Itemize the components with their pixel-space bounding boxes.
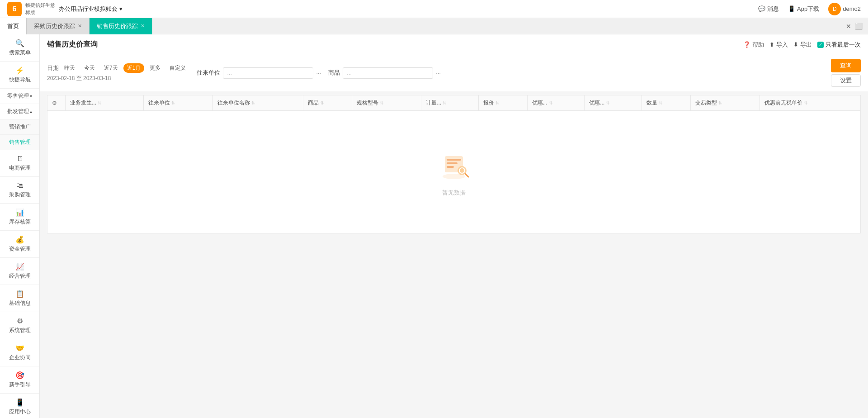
sidebar-item-marketing[interactable]: 营销推广 — [0, 119, 39, 135]
chevron-down-icon: ▾ — [30, 94, 32, 99]
message-icon: 💬 — [758, 5, 765, 12]
app-download-btn[interactable]: 📱 App下载 — [788, 5, 819, 13]
date-btn-custom[interactable]: 自定义 — [166, 63, 189, 73]
col-discount2[interactable]: 优惠... ⇅ — [585, 95, 642, 111]
product-filter: 商品 ··· — [328, 67, 441, 79]
sidebar-item-wholesale-mgmt[interactable]: 批发管理 ▴ — [0, 104, 39, 119]
date-btn-yesterday[interactable]: 昨天 — [61, 63, 79, 73]
close-all-btn[interactable]: ✕ — [846, 23, 851, 30]
ecommerce-icon: 🖥 — [16, 155, 24, 163]
sidebar-item-enterprise-collab[interactable]: 🤝 企业协同 — [0, 339, 39, 366]
sidebar-item-sales-mgmt[interactable]: 销售管理 — [0, 135, 39, 150]
sidebar-item-ecommerce-mgmt[interactable]: 🖥 电商管理 — [0, 150, 39, 177]
partner-input[interactable] — [223, 67, 313, 79]
guide-icon: 🎯 — [15, 371, 24, 380]
message-btn[interactable]: 💬 消息 — [758, 5, 779, 13]
tab-home[interactable]: 首页 — [0, 18, 27, 34]
col-settings[interactable]: ⚙ — [47, 95, 66, 111]
sidebar-item-basic-info[interactable]: 📋 基础信息 — [0, 285, 39, 312]
date-btn-row: 日期 昨天 今天 近7天 近1月 更多 自定义 — [47, 63, 189, 73]
date-btn-today[interactable]: 今天 — [80, 63, 99, 73]
sidebar-item-finance-mgmt[interactable]: 💰 资金管理 — [0, 231, 39, 258]
lightning-icon: ⚡ — [15, 66, 24, 75]
svg-rect-3 — [447, 162, 458, 164]
col-discount1[interactable]: 优惠... ⇅ — [527, 95, 585, 111]
col-unit[interactable]: 计量... ⇅ — [421, 95, 479, 111]
sort-icon: ⇅ — [320, 100, 324, 105]
partner-more-icon[interactable]: ··· — [316, 70, 321, 76]
col-quantity[interactable]: 数量 ⇅ — [642, 95, 691, 111]
sort-icon: ⇅ — [495, 100, 499, 105]
product-more-icon[interactable]: ··· — [436, 70, 441, 76]
user-menu[interactable]: D demo2 — [828, 3, 861, 15]
sidebar-item-quick-nav[interactable]: ⚡ 快捷导航 — [0, 62, 39, 89]
sort-icon: ⇅ — [718, 100, 722, 105]
tab-bar-actions: ✕ ⬜ — [846, 23, 868, 30]
export-icon: ⬇ — [793, 41, 798, 48]
top-bar-left: 6 畅捷信好生意 标版 办公用品行业模拟账套 ▾ — [7, 2, 123, 16]
date-btn-1month[interactable]: 近1月 — [123, 63, 145, 73]
purchase-icon: 🛍 — [16, 181, 24, 190]
app-title: 畅捷信好生意 标版 — [25, 2, 55, 16]
col-biz-date[interactable]: 业务发生... ⇅ — [66, 95, 144, 111]
sidebar: 🔍 搜索菜单 ⚡ 快捷导航 零售管理 ▾ 批发管理 ▴ 营销推广 销售管理 — [0, 34, 40, 418]
sort-icon: ⇅ — [443, 100, 446, 105]
help-btn[interactable]: ❓ 帮助 — [743, 41, 764, 49]
sidebar-item-purchase-mgmt[interactable]: 🛍 采购管理 — [0, 177, 39, 204]
tab-label: 首页 — [7, 22, 19, 30]
maximize-btn[interactable]: ⬜ — [855, 23, 863, 30]
app-selector[interactable]: 办公用品行业模拟账套 ▾ — [59, 5, 123, 13]
main-layout: 🔍 搜索菜单 ⚡ 快捷导航 零售管理 ▾ 批发管理 ▴ 营销推广 销售管理 — [0, 34, 868, 418]
col-pre-tax[interactable]: 优惠前无税单价 ⇅ — [760, 95, 861, 111]
page-actions: ❓ 帮助 ⬆ 导入 ⬇ 导出 ✓ 只看最后一次 — [743, 41, 861, 49]
sort-icon: ⇅ — [606, 100, 609, 105]
product-input[interactable] — [343, 67, 433, 79]
sidebar-item-inventory[interactable]: 📊 库存核算 — [0, 204, 39, 231]
col-spec[interactable]: 规格型号 ⇅ — [352, 95, 421, 111]
collab-icon: 🤝 — [15, 344, 24, 352]
tab-purchase-history[interactable]: 采购历史价跟踪 ✕ — [27, 18, 90, 34]
date-btn-7days[interactable]: 近7天 — [100, 63, 122, 73]
empty-text: 暂无数据 — [442, 189, 466, 197]
col-partner-code[interactable]: 往来单位 ⇅ — [143, 95, 213, 111]
sidebar-item-system-mgmt[interactable]: ⚙ 系统管理 — [0, 312, 39, 339]
col-partner-name[interactable]: 往来单位名称 ⇅ — [213, 95, 303, 111]
settings-button[interactable]: 设置 — [831, 74, 861, 87]
date-filters: 日期 昨天 今天 近7天 近1月 更多 自定义 2023-02-18 至 202… — [47, 63, 189, 82]
sidebar-item-retail-mgmt[interactable]: 零售管理 ▾ — [0, 89, 39, 104]
import-btn[interactable]: ⬆ 导入 — [769, 41, 788, 49]
query-button[interactable]: 查询 — [831, 59, 861, 72]
tab-sales-history[interactable]: 销售历史价跟踪 ✕ — [90, 18, 152, 34]
table-header: ⚙ 业务发生... ⇅ 往来单位 ⇅ — [47, 95, 861, 111]
sidebar-item-new-guide[interactable]: 🎯 新手引导 — [0, 366, 39, 394]
inventory-icon: 📊 — [15, 208, 24, 217]
col-product[interactable]: 商品 ⇅ — [303, 95, 352, 111]
sidebar-item-ops-mgmt[interactable]: 📈 经营管理 — [0, 258, 39, 285]
only-last-checkbox[interactable]: ✓ 只看最后一次 — [817, 41, 861, 49]
sidebar-item-app-center[interactable]: 📱 应用中心 — [0, 394, 39, 418]
sidebar-item-search-menu[interactable]: 🔍 搜索菜单 — [0, 34, 39, 62]
col-quote[interactable]: 报价 ⇅ — [479, 95, 528, 111]
svg-rect-4 — [447, 166, 454, 168]
close-icon[interactable]: ✕ — [78, 23, 82, 29]
date-btn-more[interactable]: 更多 — [146, 63, 164, 73]
chevron-down-icon: ▾ — [119, 5, 123, 12]
close-icon[interactable]: ✕ — [141, 23, 145, 29]
svg-line-6 — [465, 174, 468, 177]
system-icon: ⚙ — [17, 317, 23, 325]
sort-icon: ⇅ — [659, 100, 662, 105]
table-container: ⚙ 业务发生... ⇅ 往来单位 ⇅ — [40, 95, 868, 418]
col-trade-type[interactable]: 交易类型 ⇅ — [690, 95, 760, 111]
sort-icon: ⇅ — [380, 100, 383, 105]
top-bar: 6 畅捷信好生意 标版 办公用品行业模拟账套 ▾ 💬 消息 📱 App下载 D … — [0, 0, 868, 18]
content-area: 销售历史价查询 ❓ 帮助 ⬆ 导入 ⬇ 导出 ✓ — [40, 34, 868, 418]
chevron-up-icon: ▴ — [30, 109, 32, 114]
partner-filter: 往来单位 ··· — [197, 67, 321, 79]
svg-rect-2 — [447, 159, 461, 161]
finance-icon: 💰 — [15, 235, 24, 244]
export-btn[interactable]: ⬇ 导出 — [793, 41, 812, 49]
logo-icon: 6 — [7, 2, 22, 16]
download-icon: 📱 — [788, 5, 795, 12]
date-label: 日期 — [47, 64, 59, 72]
gear-icon[interactable]: ⚙ — [52, 100, 57, 106]
